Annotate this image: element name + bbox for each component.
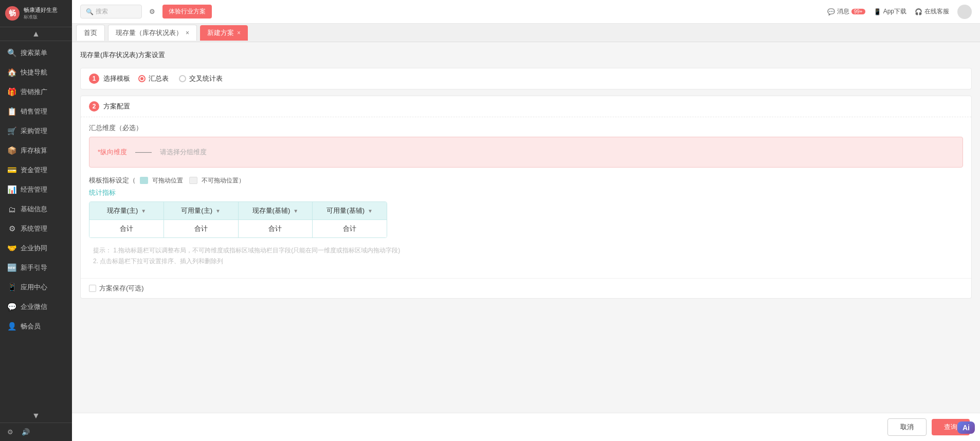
audio-icon[interactable]: 🔊: [22, 428, 30, 436]
col-dropdown-0[interactable]: ▼: [141, 208, 146, 214]
sidebar-scroll-up[interactable]: ▲: [0, 27, 72, 41]
step2-label: 方案配置: [103, 102, 130, 111]
sidebar-item-search-menu[interactable]: 🔍 搜索菜单: [0, 43, 72, 63]
tab-home[interactable]: 首页: [76, 25, 105, 41]
logo-icon: 畅: [5, 6, 20, 21]
dimension-required: *纵向维度: [98, 148, 127, 157]
sidebar-footer: ⚙ 🔊: [0, 422, 72, 441]
sidebar-item-label: 资金管理: [21, 166, 47, 175]
tab-close-inventory-status[interactable]: ×: [186, 30, 189, 36]
col-label-1: 可用量(主): [181, 206, 212, 215]
sidebar-item-label: 系统管理: [21, 224, 47, 233]
col-dropdown-3[interactable]: ▼: [368, 208, 373, 214]
tab-new-scheme[interactable]: 新建方案 ×: [200, 25, 248, 41]
settings-icon[interactable]: ⚙: [7, 428, 13, 436]
topbar-gear-btn[interactable]: ⚙: [146, 6, 158, 18]
wechat-icon: 💬: [7, 302, 16, 311]
col-dropdown-2[interactable]: ▼: [293, 208, 298, 214]
topbar: 🔍 搜索 ⚙ 体验行业方案 💬 消息 99+ 📱 App下载 🎧 在线客服: [72, 0, 980, 24]
online-service-btn[interactable]: 🎧 在线客服: [915, 7, 949, 16]
sidebar-item-app-center[interactable]: 📱 应用中心: [0, 278, 72, 297]
sidebar-item-purchase[interactable]: 🛒 采购管理: [0, 121, 72, 141]
step1-label: 选择模板: [103, 74, 130, 83]
sidebar-logo: 畅 畅康通好生意 标准版: [0, 0, 72, 27]
radio-cross-dot: [179, 75, 186, 82]
indicator-label: 模板指标设定（ 可拖动位置 不可拖动位置）: [89, 176, 963, 185]
sidebar-item-label: 采购管理: [21, 126, 47, 136]
hint-1: 2. 点击标题栏下拉可设置排序、插入列和删除列: [89, 257, 963, 266]
message-icon: 💬: [827, 8, 835, 15]
step1-card: 1 选择模板 汇总表 交叉统计表: [80, 68, 972, 89]
sidebar-item-inventory[interactable]: 📦 库存核算: [0, 141, 72, 160]
sidebar-item-label: 应用中心: [21, 283, 47, 292]
message-badge: 99+: [851, 9, 865, 14]
sidebar-item-label: 企业微信: [21, 302, 47, 311]
app-download-label: App下载: [883, 7, 906, 16]
sidebar-item-cooperation[interactable]: 🤝 企业协同: [0, 238, 72, 258]
not-draggable-hint-text: 不可拖动位置）: [202, 176, 245, 185]
content-area: 现存量(库存状况表)方案设置 1 选择模板 汇总表 交叉统计表: [72, 42, 980, 413]
radio-summary-label: 汇总表: [149, 74, 169, 83]
col-header-3[interactable]: 可用量(基辅) ▼: [313, 202, 387, 219]
radio-summary[interactable]: 汇总表: [138, 74, 169, 83]
service-icon: 🎧: [915, 8, 922, 15]
radio-cross[interactable]: 交叉统计表: [179, 74, 223, 83]
draggable-hint-box: [140, 177, 148, 184]
sidebar-item-sales[interactable]: 📋 销售管理: [0, 102, 72, 121]
avatar[interactable]: [957, 5, 972, 19]
step1-num: 1: [89, 74, 99, 84]
sidebar-item-wechat[interactable]: 💬 企业微信: [0, 297, 72, 317]
new-scheme-tab-label: 新建方案: [207, 28, 234, 38]
tab-inventory-status[interactable]: 现存量（库存状况表） ×: [108, 25, 197, 41]
col-dropdown-1[interactable]: ▼: [215, 208, 221, 214]
sidebar-item-label: 营销推广: [21, 87, 47, 97]
sidebar-item-operations[interactable]: 📊 经营管理: [0, 180, 72, 199]
purchase-icon: 🛒: [7, 126, 16, 136]
col-sub-2: 合计: [239, 219, 313, 237]
page-title: 现存量(库存状况表)方案设置: [80, 50, 972, 60]
sidebar-item-basic-info[interactable]: 🗂 基础信息: [0, 199, 72, 219]
dimension-arrow: ——: [135, 148, 152, 157]
sales-icon: 📋: [7, 107, 16, 116]
cancel-button[interactable]: 取消: [887, 418, 927, 436]
save-checkbox[interactable]: [89, 285, 96, 292]
bottom-bar: 取消 查询: [72, 413, 980, 441]
sidebar-item-guide[interactable]: 🆕 新手引导: [0, 258, 72, 278]
sidebar-item-quick-nav[interactable]: 🏠 快捷导航: [0, 63, 72, 82]
tab-close-new-scheme[interactable]: ×: [237, 30, 241, 36]
home-tab-label: 首页: [84, 28, 97, 38]
sidebar-item-marketing[interactable]: 🎁 营销推广: [0, 82, 72, 102]
sidebar-scroll-down[interactable]: ▼: [0, 409, 72, 422]
basic-info-icon: 🗂: [7, 205, 16, 214]
sidebar-item-label: 基础信息: [21, 205, 47, 214]
quick-nav-icon: 🏠: [7, 68, 16, 77]
col-header-1[interactable]: 可用量(主) ▼: [164, 202, 239, 219]
finance-icon: 💳: [7, 166, 16, 175]
marketing-icon: 🎁: [7, 87, 16, 97]
message-btn[interactable]: 💬 消息 99+: [827, 7, 865, 16]
guide-icon: 🆕: [7, 263, 16, 272]
trial-btn[interactable]: 体验行业方案: [162, 5, 212, 19]
sidebar-item-system[interactable]: ⚙ 系统管理: [0, 219, 72, 238]
scheme-body: 汇总维度（必选） *纵向维度 —— 请选择分组维度 模板指标设定（ 可拖动位置 …: [81, 117, 971, 278]
sidebar-item-label: 企业协同: [21, 244, 47, 253]
sidebar-item-member[interactable]: 👤 畅会员: [0, 317, 72, 336]
col-header-2[interactable]: 现存量(基辅) ▼: [239, 202, 313, 219]
download-icon: 📱: [874, 8, 881, 15]
cooperation-icon: 🤝: [7, 244, 16, 253]
sidebar-item-label: 销售管理: [21, 107, 47, 116]
app-download-btn[interactable]: 📱 App下载: [874, 7, 906, 16]
stats-table: 现存量(主) ▼ 可用量(主) ▼ 现存量(基辅) ▼ 可用量(基辅): [89, 201, 387, 238]
dimension-label: 汇总维度（必选）: [89, 123, 963, 133]
sidebar-item-label: 经营管理: [21, 185, 47, 194]
col-header-0[interactable]: 现存量(主) ▼: [89, 202, 164, 219]
save-option-label: 方案保存(可选): [99, 284, 144, 293]
template-radio-group: 汇总表 交叉统计表: [138, 74, 223, 83]
topbar-search[interactable]: 🔍 搜索: [80, 5, 142, 19]
dimension-box[interactable]: *纵向维度 —— 请选择分组维度: [89, 137, 963, 168]
col-label-2: 现存量(基辅): [252, 206, 291, 215]
sidebar-item-finance[interactable]: 💳 资金管理: [0, 160, 72, 180]
ai-badge[interactable]: Ai: [957, 421, 975, 434]
step2-num: 2: [89, 101, 99, 112]
save-option: 方案保存(可选): [81, 278, 971, 298]
